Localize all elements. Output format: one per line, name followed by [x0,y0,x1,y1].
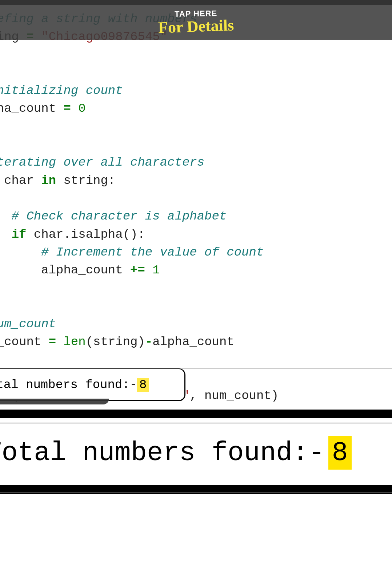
code-block: Defing a string with numbers tring = "Ch… [0,10,279,405]
code-text: string: [56,174,115,187]
code-text: char.isalpha(): [26,228,145,241]
output-value: 8 [137,378,149,392]
comment-line: Iterating over all characters [0,155,204,169]
code-text: char [0,174,41,187]
code-text [56,335,63,349]
code-text: , num_count) [189,389,279,403]
divider-line [0,423,392,423]
output-shadow [0,399,109,404]
code-text: alpha_count [0,263,130,277]
code-text: um_count [0,335,49,349]
divider-line [0,492,392,493]
banner-text-bottom: For Details [158,16,234,37]
comment-line: # Increment the value of count [0,245,264,259]
code-keyword: if [12,228,27,241]
comment-line: Initializing count [0,84,123,98]
code-number: 0 [71,102,86,115]
output-value: 8 [328,436,352,470]
output-text: otal numbers found:- [0,378,137,392]
output-box-small: otal numbers found:- 8 [0,368,185,401]
comment-line: # Check character is alphabet [0,209,227,223]
code-text: (string) [86,335,145,349]
code-text [0,228,12,241]
code-operator: - [145,335,152,349]
top-bar [0,0,392,5]
code-text: lpha_count [0,102,63,115]
code-builtin: len [63,335,85,349]
comment-line: num_count [0,317,56,331]
code-operator: = [63,102,71,115]
output-box-large: Total numbers found:- 8 [0,435,392,471]
code-keyword: in [41,174,56,187]
ad-banner[interactable]: TAP HERE For Details [0,5,392,40]
divider-thick [0,410,392,418]
code-operator: += [130,263,145,277]
output-text: Total numbers found:- [0,438,325,468]
code-number: 1 [145,263,160,277]
code-operator: = [49,335,56,349]
code-text: alpha_count [152,335,234,349]
